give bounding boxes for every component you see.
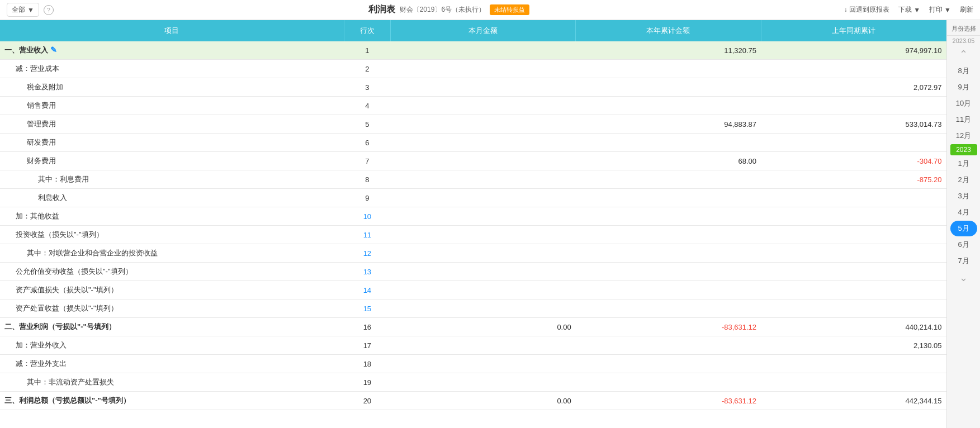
- table-row-num: 3: [344, 78, 390, 97]
- table-row-year-amt: 68.00: [576, 152, 761, 170]
- table-row-num: 8: [344, 170, 390, 189]
- table-row-month-amt: [390, 299, 575, 318]
- chevron-down-icon: ▼: [913, 6, 920, 14]
- table-row-year-amt: [576, 299, 761, 318]
- table-row-month-amt: [390, 170, 575, 189]
- table-row-year-amt: [576, 373, 761, 392]
- table-row-prev-amt: [761, 97, 946, 115]
- table-row-item: 资产处置收益（损失以"-"填列）: [0, 299, 344, 318]
- month-item[interactable]: 1月: [950, 156, 977, 172]
- table-row-item: 减：营业成本: [0, 60, 344, 78]
- table-row-prev-amt: 2,072.97: [761, 78, 946, 97]
- download-button[interactable]: 下载 ▼: [898, 5, 920, 15]
- col-header-rownum: 行次: [344, 20, 390, 41]
- table-row-num: 7: [344, 152, 390, 170]
- table-row-month-amt: [390, 336, 575, 355]
- profit-table: 项目 行次 本月金额 本年累计金额 上年同期累计 一、营业收入✎111,320.…: [0, 20, 946, 410]
- table-row-num[interactable]: 14: [344, 281, 390, 299]
- table-row-num: 16: [344, 318, 390, 336]
- refresh-button[interactable]: 刷新: [960, 5, 973, 15]
- table-row-prev-amt: -875.20: [761, 170, 946, 189]
- month-item[interactable]: 3月: [950, 188, 977, 204]
- table-row-month-amt: [390, 152, 575, 170]
- col-header-item: 项目: [0, 20, 344, 41]
- table-row-num: 1: [344, 41, 390, 60]
- table-row-year-amt: [576, 60, 761, 78]
- month-picker-sidebar: 月份选择 2023.05 ⌃ 8月9月10月11月12月20231月2月3月4月…: [946, 20, 980, 428]
- report-table-area: 项目 行次 本月金额 本年累计金额 上年同期累计 一、营业收入✎111,320.…: [0, 20, 946, 428]
- table-row-year-amt: [576, 226, 761, 244]
- month-picker-label: 月份选择: [947, 22, 980, 36]
- table-row-year-amt: 11,320.75: [576, 41, 761, 60]
- month-item[interactable]: 5月: [950, 221, 977, 236]
- month-item[interactable]: 2月: [950, 172, 977, 188]
- table-row-year-amt: [576, 134, 761, 152]
- table-row-prev-amt: [761, 189, 946, 207]
- month-down-arrow[interactable]: ⌄: [957, 269, 970, 286]
- edit-icon[interactable]: ✎: [50, 45, 59, 54]
- month-item[interactable]: 11月: [950, 112, 977, 127]
- month-item[interactable]: 8月: [950, 63, 977, 79]
- table-row-item: 管理费用: [0, 115, 344, 134]
- table-row-item: 资产减值损失（损失以"-"填列）: [0, 281, 344, 299]
- table-row-item: 减：营业外支出: [0, 355, 344, 373]
- table-row-year-amt: 94,883.87: [576, 115, 761, 134]
- help-icon[interactable]: ?: [44, 5, 54, 15]
- table-row-year-amt: [576, 170, 761, 189]
- table-row-month-amt: [390, 189, 575, 207]
- col-header-prev: 上年同期累计: [761, 20, 946, 41]
- month-item[interactable]: 4月: [950, 205, 977, 220]
- table-row-prev-amt: [761, 355, 946, 373]
- table-row-month-amt: [390, 134, 575, 152]
- month-item[interactable]: 6月: [950, 237, 977, 253]
- table-row-prev-amt: -304.70: [761, 152, 946, 170]
- table-row-num: 19: [344, 373, 390, 392]
- col-header-month: 本月金额: [390, 20, 575, 41]
- table-row-month-amt: [390, 60, 575, 78]
- table-row-num[interactable]: 13: [344, 263, 390, 281]
- table-row-num[interactable]: 11: [344, 226, 390, 244]
- current-date-label: 2023.05: [953, 36, 975, 46]
- table-row-item: 财务费用: [0, 152, 344, 170]
- table-row-year-amt: [576, 244, 761, 263]
- table-row-item: 加：其他收益: [0, 207, 344, 226]
- title-area: 利润表 财会〔2019〕6号（未执行） 未结转损益: [368, 4, 529, 16]
- table-row-month-amt: [390, 355, 575, 373]
- table-row-item: 销售费用: [0, 97, 344, 115]
- table-row-prev-amt: [761, 226, 946, 244]
- table-row-year-amt: -83,631.12: [576, 318, 761, 336]
- table-row-item: 其中：非流动资产处置损失: [0, 373, 344, 392]
- table-row-month-amt: 0.00: [390, 318, 575, 336]
- table-row-num[interactable]: 15: [344, 299, 390, 318]
- table-row-month-amt: [390, 281, 575, 299]
- table-row-year-amt: [576, 78, 761, 97]
- month-item[interactable]: 7月: [950, 253, 977, 269]
- print-button[interactable]: 打印 ▼: [929, 5, 951, 15]
- table-row-num: 20: [344, 392, 390, 410]
- month-item[interactable]: 12月: [950, 128, 977, 144]
- month-up-arrow[interactable]: ⌃: [957, 46, 970, 63]
- table-row-year-amt: -83,631.12: [576, 392, 761, 410]
- table-row-year-amt: [576, 336, 761, 355]
- table-row-prev-amt: 440,214.10: [761, 318, 946, 336]
- month-item[interactable]: 9月: [950, 79, 977, 95]
- table-row-prev-amt: 974,997.10: [761, 41, 946, 60]
- month-item[interactable]: 10月: [950, 96, 977, 111]
- month-item[interactable]: 2023: [950, 144, 977, 155]
- scope-dropdown[interactable]: 全部 ▼: [7, 3, 39, 17]
- table-row-num[interactable]: 10: [344, 207, 390, 226]
- report-subtitle: 财会〔2019〕6号（未执行）: [400, 5, 485, 15]
- table-row-month-amt: [390, 226, 575, 244]
- table-row-num[interactable]: 12: [344, 244, 390, 263]
- table-row-year-amt: [576, 355, 761, 373]
- table-row-month-amt: 0.00: [390, 392, 575, 410]
- table-row-prev-amt: 2,130.05: [761, 336, 946, 355]
- back-button[interactable]: ↓ 回退到原报表: [844, 5, 889, 15]
- table-row-year-amt: [576, 207, 761, 226]
- table-row-item: 公允价值变动收益（损失以"-"填列）: [0, 263, 344, 281]
- table-row-month-amt: [390, 207, 575, 226]
- table-row-num: 9: [344, 189, 390, 207]
- table-row-prev-amt: 442,344.15: [761, 392, 946, 410]
- table-row-prev-amt: [761, 263, 946, 281]
- table-row-month-amt: [390, 78, 575, 97]
